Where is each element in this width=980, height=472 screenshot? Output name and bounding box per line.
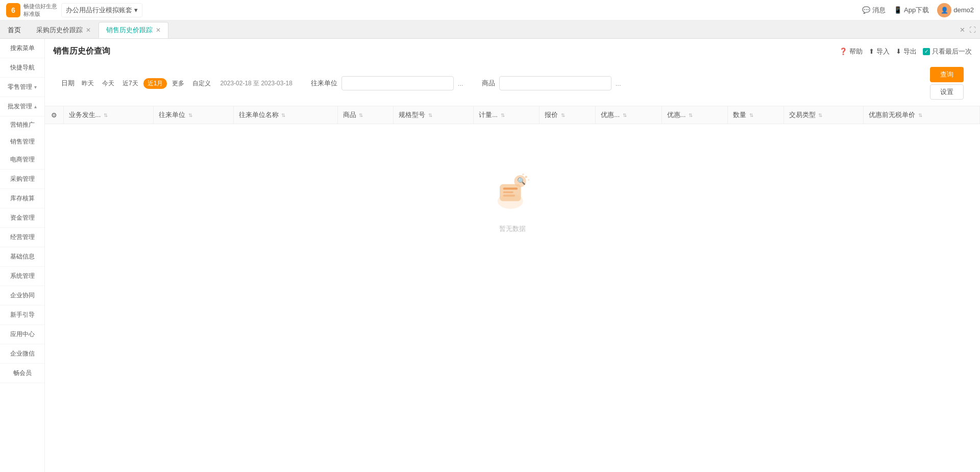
col-counterparty-name-label: 往来单位名称 — [239, 111, 279, 119]
tab-sales-history[interactable]: 销售历史价跟踪 ✕ — [99, 22, 168, 38]
sidebar-item-ecommerce-mgmt[interactable]: 电商管理 — [0, 150, 44, 170]
settings-button[interactable]: 设置 — [930, 84, 964, 100]
col-unit[interactable]: 计量... ⇅ — [474, 106, 540, 124]
user-area[interactable]: 👤 demo2 — [937, 3, 974, 17]
tab-home-label: 首页 — [8, 26, 21, 35]
svg-rect-4 — [503, 195, 515, 196]
page-title-row: 销售历史价查询 ❓ 帮助 ⬆ 导入 ⬇ 导出 ✓ — [53, 46, 972, 57]
gear-icon[interactable]: ⚙ — [51, 111, 57, 119]
sort-icon: ⇅ — [428, 112, 432, 118]
counterparty-input[interactable] — [341, 76, 454, 90]
sidebar-item-system-mgmt[interactable]: 系统管理 — [0, 267, 44, 286]
messages-button[interactable]: 💬 消息 — [862, 6, 886, 15]
col-counterparty-name[interactable]: 往来单位名称 ⇅ — [233, 106, 337, 124]
col-business-date[interactable]: 业务发生... ⇅ — [63, 106, 153, 124]
query-button[interactable]: 查询 — [930, 67, 964, 82]
username-label: demo2 — [953, 6, 974, 14]
col-discount2-label: 优惠... — [667, 111, 686, 119]
col-quantity[interactable]: 数量 ⇅ — [727, 106, 783, 124]
col-pre-tax-price[interactable]: 优惠前无税单价 ⇅ — [864, 106, 980, 124]
date-filter-label: 日期 — [61, 79, 75, 88]
col-discount1[interactable]: 优惠... ⇅ — [596, 106, 662, 124]
export-button[interactable]: ⬇ 导出 — [896, 47, 917, 56]
col-quote[interactable]: 报价 ⇅ — [540, 106, 596, 124]
import-button[interactable]: ⬆ 导入 — [869, 47, 890, 56]
sidebar-app-center-label: 应用中心 — [10, 330, 35, 339]
date-opt-last1month[interactable]: 近1月 — [143, 78, 167, 89]
sidebar-quick-nav-label: 快捷导航 — [10, 63, 35, 72]
date-opt-yesterday[interactable]: 昨天 — [79, 78, 97, 89]
date-options: 昨天 今天 近7天 近1月 更多 自定义 — [79, 78, 214, 89]
app-download-button[interactable]: 📱 App下载 — [894, 6, 929, 15]
col-settings[interactable]: ⚙ — [45, 106, 63, 124]
sidebar-enterprise-wechat-label: 企业微信 — [10, 349, 35, 358]
message-icon: 💬 — [862, 6, 870, 14]
sidebar-item-purchase-mgmt[interactable]: 采购管理 — [0, 170, 44, 189]
product-filter-group: 商品 ... — [482, 76, 621, 90]
sidebar-item-new-guide[interactable]: 新手引导 — [0, 305, 44, 325]
header-left: 6 畅捷信好生意 标准版 办公用品行业模拟账套 ▾ — [6, 3, 142, 17]
sidebar-item-sales-mgmt[interactable]: 销售管理 — [0, 133, 44, 150]
sidebar-item-enterprise-wechat[interactable]: 企业微信 — [0, 344, 44, 364]
counterparty-ellipsis-icon[interactable]: ... — [458, 80, 463, 87]
sidebar-item-enterprise-collab[interactable]: 企业协同 — [0, 286, 44, 305]
svg-point-9 — [522, 174, 524, 175]
only-last-checkbox[interactable]: ✓ 只看最后一次 — [923, 47, 972, 56]
counterparty-label: 往来单位 — [311, 79, 337, 88]
page-title: 销售历史价查询 — [53, 46, 110, 57]
only-last-label: 只看最后一次 — [932, 47, 972, 56]
sidebar-inventory-calc-label: 库存核算 — [10, 194, 35, 203]
col-discount1-label: 优惠... — [601, 111, 620, 119]
sidebar-item-finance-mgmt[interactable]: 资金管理 — [0, 208, 44, 228]
sidebar-item-vip-member[interactable]: 畅会员 — [0, 364, 44, 383]
app-download-label: App下载 — [904, 6, 929, 15]
col-trade-type[interactable]: 交易类型 ⇅ — [783, 106, 864, 124]
col-quote-label: 报价 — [545, 111, 558, 119]
sidebar-item-wholesale-mgmt[interactable]: 批发管理 ▴ — [0, 97, 44, 116]
sidebar-item-basic-info[interactable]: 基础信息 — [0, 247, 44, 267]
help-button[interactable]: ❓ 帮助 — [839, 47, 863, 56]
col-counterparty-code-label: 往来单位 — [159, 111, 185, 119]
tab-sales-close-icon[interactable]: ✕ — [156, 27, 161, 33]
fullscreen-icon[interactable]: ⛶ — [969, 26, 976, 33]
date-opt-today[interactable]: 今天 — [99, 78, 117, 89]
checkbox-icon: ✓ — [923, 48, 930, 55]
sidebar-item-quick-nav[interactable]: 快捷导航 — [0, 58, 44, 78]
col-spec[interactable]: 规格型号 ⇅ — [394, 106, 474, 124]
col-product[interactable]: 商品 ⇅ — [337, 106, 394, 124]
product-ellipsis-icon[interactable]: ... — [616, 80, 621, 87]
product-input[interactable] — [499, 76, 611, 90]
tab-purchase-close-icon[interactable]: ✕ — [86, 27, 91, 33]
action-buttons: 查询 设置 — [930, 67, 964, 100]
empty-state: 🔍 暂无数据 — [45, 124, 980, 274]
sidebar-item-search-menu[interactable]: 搜索菜单 — [0, 39, 44, 58]
header-right: 💬 消息 📱 App下载 👤 demo2 — [862, 3, 974, 17]
svg-text:🔍: 🔍 — [517, 177, 526, 185]
sidebar-item-app-center[interactable]: 应用中心 — [0, 325, 44, 344]
date-opt-more[interactable]: 更多 — [169, 78, 187, 89]
sidebar-wholesale-mgmt-label: 批发管理 — [8, 102, 32, 111]
sidebar-item-operation-mgmt[interactable]: 经营管理 — [0, 228, 44, 247]
sort-icon: ⇅ — [918, 112, 922, 118]
tab-purchase-history[interactable]: 采购历史价跟踪 ✕ — [29, 22, 99, 38]
date-opt-last7[interactable]: 近7天 — [119, 78, 141, 89]
export-label: 导出 — [903, 47, 917, 56]
sort-icon: ⇅ — [281, 112, 285, 118]
data-table: ⚙ 业务发生... ⇅ 往来单位 ⇅ 往来单位名称 — [45, 106, 980, 124]
page-header: 销售历史价查询 ❓ 帮助 ⬆ 导入 ⬇ 导出 ✓ — [45, 39, 980, 106]
content-area: 销售历史价查询 ❓ 帮助 ⬆ 导入 ⬇ 导出 ✓ — [45, 39, 980, 472]
workspace-selector[interactable]: 办公用品行业模拟账套 ▾ — [61, 3, 142, 17]
sidebar-finance-mgmt-label: 资金管理 — [10, 214, 35, 222]
export-icon: ⬇ — [896, 48, 901, 55]
close-all-tabs-icon[interactable]: ✕ — [960, 26, 965, 33]
sidebar-item-marketing-promo[interactable]: 营销推广 — [0, 116, 44, 133]
date-opt-custom[interactable]: 自定义 — [189, 78, 214, 89]
col-discount2[interactable]: 优惠... ⇅ — [662, 106, 727, 124]
tab-bar: 首页 采购历史价跟踪 ✕ 销售历史价跟踪 ✕ ✕ ⛶ — [0, 20, 980, 39]
sidebar-marketing-promo-label: 营销推广 — [10, 121, 35, 129]
sidebar-item-inventory-calc[interactable]: 库存核算 — [0, 189, 44, 208]
tab-home[interactable]: 首页 — [0, 22, 29, 38]
sidebar-item-retail-mgmt[interactable]: 零售管理 ▾ — [0, 78, 44, 97]
col-counterparty-code[interactable]: 往来单位 ⇅ — [153, 106, 233, 124]
sort-icon: ⇅ — [689, 112, 693, 118]
